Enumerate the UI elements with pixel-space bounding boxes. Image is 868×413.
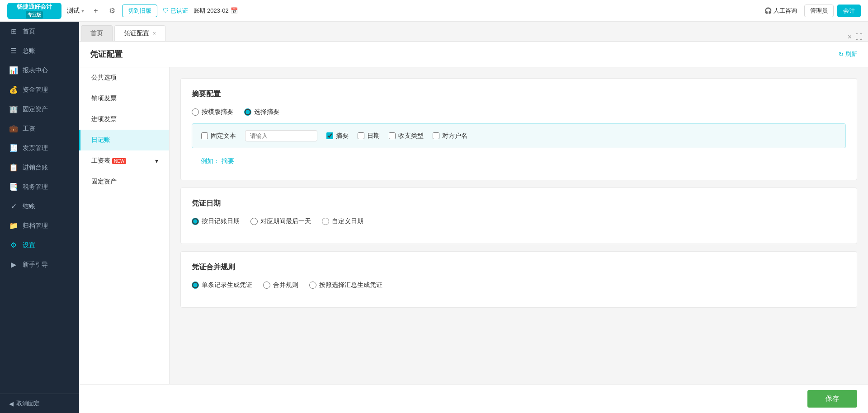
checkbox-summary[interactable]: 摘要 bbox=[326, 132, 349, 140]
checkbox-fixed-text-input[interactable] bbox=[201, 132, 208, 139]
company-selector[interactable]: 测试 ▾ bbox=[67, 7, 84, 15]
sidebar-item-invoice[interactable]: 🧾 发票管理 bbox=[0, 138, 79, 158]
sidebar-item-assets[interactable]: 🏢 固定资产 bbox=[0, 99, 79, 119]
report-icon: 📊 bbox=[9, 66, 18, 75]
radio-select-input[interactable] bbox=[244, 108, 251, 116]
radio-custom-date-input[interactable] bbox=[322, 218, 329, 225]
switch-version-button[interactable]: 切到旧版 bbox=[122, 5, 157, 17]
sidebar: ⊞ 首页 ☰ 总账 📊 报表中心 💰 资金管理 🏢 固定资产 💼 工资 🧾 发票… bbox=[0, 22, 79, 413]
nav-item-fixed-assets[interactable]: 固定资产 bbox=[79, 171, 169, 192]
accountant-button[interactable]: 会计 bbox=[837, 5, 861, 17]
ledger-icon: ☰ bbox=[9, 47, 18, 55]
calendar-icon[interactable]: 📅 bbox=[231, 7, 238, 14]
nav-item-payroll[interactable]: 工资表 NEW ▾ bbox=[79, 150, 169, 171]
salary-icon: 💼 bbox=[9, 124, 18, 133]
radio-journal-date-input[interactable] bbox=[192, 218, 199, 225]
nav-row-payroll: 工资表 NEW ▾ bbox=[91, 157, 158, 165]
summary-radio-group: 按模版摘要 选择摘要 bbox=[192, 108, 846, 116]
tab-voucher-config[interactable]: 凭证配置 × bbox=[114, 25, 165, 41]
voucher-date-section: 凭证日期 按日记账日期 对应期间最后一天 bbox=[180, 188, 857, 244]
page-header: 凭证配置 ↻ 刷新 bbox=[79, 42, 868, 67]
home-icon: ⊞ bbox=[9, 27, 18, 36]
expand-icon[interactable]: ⛶ bbox=[855, 33, 863, 41]
service-button[interactable]: 🎧 人工咨询 bbox=[764, 7, 797, 15]
invoice-icon: 🧾 bbox=[9, 144, 18, 152]
voucher-date-radio-group: 按日记账日期 对应期间最后一天 自定义日期 bbox=[192, 217, 846, 225]
certified-status: 🛡 已认证 bbox=[163, 7, 188, 15]
sidebar-item-report[interactable]: 📊 报表中心 bbox=[0, 61, 79, 80]
sidebar-item-archive[interactable]: 📁 归档管理 bbox=[0, 216, 79, 235]
new-badge: NEW bbox=[112, 158, 126, 164]
radio-select-merge[interactable]: 按照选择汇总生成凭证 bbox=[309, 281, 382, 289]
radio-select-summary[interactable]: 选择摘要 bbox=[244, 108, 279, 116]
radio-merge[interactable]: 合并规则 bbox=[263, 281, 298, 289]
content-area: 首页 凭证配置 × × ⛶ 凭证配置 ↻ 刷新 bbox=[79, 22, 868, 413]
save-bar: 保存 bbox=[79, 384, 868, 413]
checkbox-pay-type[interactable]: 收支类型 bbox=[389, 132, 424, 140]
checkbox-fixed-text[interactable]: 固定文本 bbox=[201, 132, 236, 140]
headphone-icon: 🎧 bbox=[764, 7, 772, 14]
cancel-fixed-button[interactable]: ◀ 取消固定 bbox=[0, 394, 79, 413]
merge-rules-section: 凭证合并规则 单条记录生成凭证 合并规则 bbox=[180, 251, 857, 308]
refresh-button[interactable]: ↻ 刷新 bbox=[839, 50, 857, 58]
nav-item-public[interactable]: 公共选项 bbox=[79, 67, 169, 88]
checkbox-counterpart-input[interactable] bbox=[433, 132, 439, 139]
sidebar-item-trade[interactable]: 📋 进销台账 bbox=[0, 158, 79, 177]
topbar-right: 🎧 人工咨询 管理员 会计 bbox=[764, 5, 861, 17]
radio-journal-date[interactable]: 按日记账日期 bbox=[192, 217, 240, 225]
checkbox-summary-input[interactable] bbox=[326, 132, 333, 139]
settings-icon: ⚙ bbox=[9, 241, 18, 249]
radio-period-last[interactable]: 对应期间最后一天 bbox=[250, 217, 311, 225]
radio-template-input[interactable] bbox=[192, 108, 199, 116]
nav-item-journal[interactable]: 日记账 bbox=[79, 130, 169, 150]
checkbox-pay-type-input[interactable] bbox=[389, 132, 396, 139]
sidebar-item-salary[interactable]: 💼 工资 bbox=[0, 119, 79, 138]
sidebar-item-guide[interactable]: ▶ 新手引导 bbox=[0, 255, 79, 274]
sidebar-item-capital[interactable]: 💰 资金管理 bbox=[0, 80, 79, 99]
checkbox-counterpart[interactable]: 对方户名 bbox=[433, 132, 467, 140]
company-arrow-icon: ▾ bbox=[81, 8, 84, 14]
settle-icon: ✓ bbox=[9, 202, 18, 211]
radio-template-summary[interactable]: 按模版摘要 bbox=[192, 108, 233, 116]
nav-item-purchase-invoice[interactable]: 进项发票 bbox=[79, 109, 169, 130]
merge-rules-radio-group: 单条记录生成凭证 合并规则 按照选择汇总生成凭证 bbox=[192, 281, 846, 289]
sidebar-item-tax[interactable]: 📑 税务管理 bbox=[0, 177, 79, 197]
radio-single[interactable]: 单条记录生成凭证 bbox=[192, 281, 252, 289]
period-info: 账期 2023-02 📅 bbox=[193, 7, 238, 15]
page-content: 凭证配置 ↻ 刷新 公共选项 销项发票 进项发票 bbox=[79, 42, 868, 413]
add-icon[interactable]: + bbox=[90, 5, 102, 17]
summary-config-title: 摘要配置 bbox=[192, 89, 846, 99]
sidebar-item-home[interactable]: ⊞ 首页 bbox=[0, 22, 79, 41]
checkbox-date[interactable]: 日期 bbox=[358, 132, 380, 140]
manager-button[interactable]: 管理员 bbox=[804, 5, 834, 17]
refresh-icon: ↻ bbox=[839, 51, 844, 58]
tab-home[interactable]: 首页 bbox=[81, 25, 113, 41]
sidebar-item-ledger[interactable]: ☰ 总账 bbox=[0, 41, 79, 61]
radio-select-merge-input[interactable] bbox=[309, 282, 316, 289]
merge-rules-title: 凭证合并规则 bbox=[192, 263, 846, 272]
save-button[interactable]: 保存 bbox=[807, 390, 857, 408]
user-buttons: 管理员 会计 bbox=[804, 5, 861, 17]
close-window-icon[interactable]: × bbox=[848, 33, 852, 41]
fixed-text-input[interactable] bbox=[245, 130, 317, 141]
sidebar-item-settle[interactable]: ✓ 结账 bbox=[0, 197, 79, 216]
radio-period-last-input[interactable] bbox=[250, 218, 258, 225]
tab-bar: 首页 凭证配置 × × ⛶ bbox=[79, 22, 868, 42]
capital-icon: 💰 bbox=[9, 85, 18, 94]
summary-checkbox-row: 固定文本 摘要 日期 bbox=[192, 123, 846, 148]
tab-close-icon[interactable]: × bbox=[153, 30, 156, 37]
tab-actions: × ⛶ bbox=[848, 33, 868, 41]
right-content: 摘要配置 按模版摘要 选择摘要 bbox=[170, 67, 868, 390]
voucher-date-title: 凭证日期 bbox=[192, 199, 846, 208]
radio-custom-date[interactable]: 自定义日期 bbox=[322, 217, 363, 225]
sidebar-item-settings[interactable]: ⚙ 设置 bbox=[0, 235, 79, 255]
radio-merge-input[interactable] bbox=[263, 282, 270, 289]
main-layout: ⊞ 首页 ☰ 总账 📊 报表中心 💰 资金管理 🏢 固定资产 💼 工资 🧾 发票… bbox=[0, 22, 868, 413]
nav-item-sales-invoice[interactable]: 销项发票 bbox=[79, 88, 169, 109]
radio-single-input[interactable] bbox=[192, 282, 199, 289]
gear-icon[interactable]: ⚙ bbox=[106, 5, 118, 17]
left-arrow-icon: ◀ bbox=[9, 400, 14, 407]
nav-arrow-icon: ▾ bbox=[155, 157, 158, 164]
app-logo: 畅捷通好会计 专业版 bbox=[7, 3, 61, 19]
checkbox-date-input[interactable] bbox=[358, 132, 364, 139]
